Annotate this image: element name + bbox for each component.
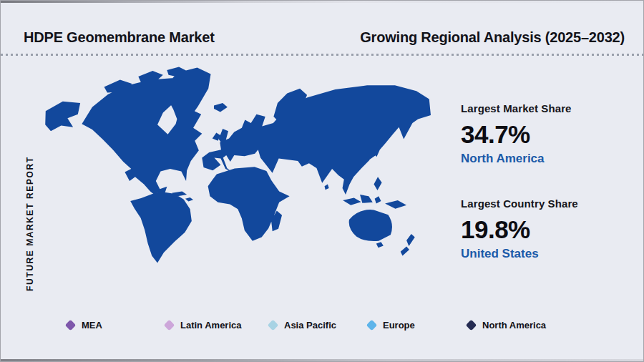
legend-dot-icon <box>164 320 175 331</box>
world-map-svg <box>44 64 441 273</box>
infographic-canvas: HDPE Geomembrane Market Growing Regional… <box>0 0 644 362</box>
legend-item-north-america: North America <box>467 320 546 331</box>
report-title: HDPE Geomembrane Market <box>24 29 215 46</box>
stat-label: Largest Country Share <box>461 197 633 210</box>
legend-item-label: Latin America <box>180 320 242 331</box>
legend-dot-icon <box>366 320 378 331</box>
legend-item-asia-pacific: Asia Pacific <box>269 320 336 331</box>
market-share-stat: Largest Market Share 34.7% North America <box>461 102 633 166</box>
legend-item-latin-america: Latin America <box>165 320 242 331</box>
legend-dot-icon <box>466 320 477 331</box>
dotted-divider <box>1 54 643 56</box>
stat-value: 34.7% <box>461 120 633 149</box>
stats-panel: Largest Market Share 34.7% North America… <box>461 102 633 293</box>
stat-region: United States <box>461 247 633 261</box>
legend-dot-icon <box>268 320 279 331</box>
header: HDPE Geomembrane Market Growing Regional… <box>24 29 625 46</box>
top-edge-shadow <box>1 1 643 3</box>
brand-vertical-label: FUTURE MARKET REPORT <box>21 162 39 285</box>
world-map-landmass <box>45 67 431 263</box>
stat-region: North America <box>461 152 633 166</box>
stat-label: Largest Market Share <box>461 102 633 114</box>
legend-item-europe: Europe <box>368 320 415 331</box>
legend: MEA Latin America Asia Pacific Europe No… <box>1 320 643 336</box>
world-map <box>44 64 441 273</box>
stat-value: 19.8% <box>461 215 633 244</box>
legend-item-label: Asia Pacific <box>284 320 336 331</box>
legend-item-mea: MEA <box>67 320 102 331</box>
legend-item-label: MEA <box>82 320 102 331</box>
legend-item-label: Europe <box>383 320 415 331</box>
bottom-edge-shadow <box>1 359 643 361</box>
country-share-stat: Largest Country Share 19.8% United State… <box>461 197 633 261</box>
legend-item-label: North America <box>482 320 546 331</box>
legend-dot-icon <box>65 320 77 331</box>
report-subtitle: Growing Regional Analysis (2025–2032) <box>360 29 625 46</box>
